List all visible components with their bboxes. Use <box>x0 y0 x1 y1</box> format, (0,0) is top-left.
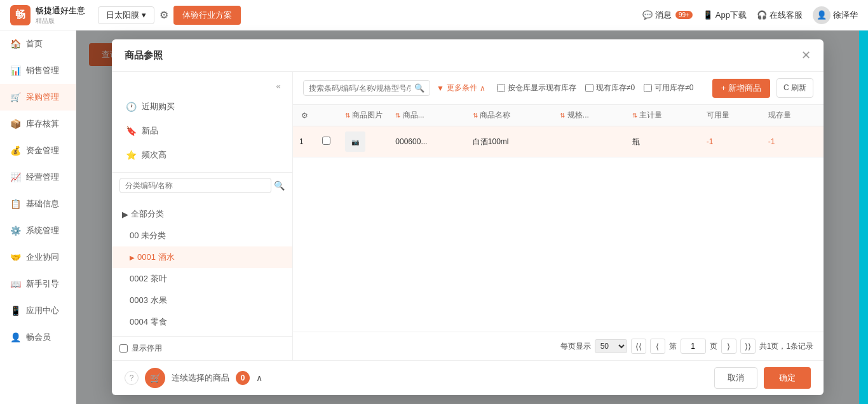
filter-button[interactable]: ▼ 更多条件 ∧ <box>437 83 485 93</box>
filter-icon: ▼ <box>437 84 444 93</box>
first-page-button[interactable]: ⟨⟨ <box>631 339 646 354</box>
page-number-input[interactable] <box>681 339 706 354</box>
cat-item-unclassified[interactable]: 00 未分类 <box>112 225 292 246</box>
th-unit-sort-icon: ⇅ <box>632 112 637 119</box>
nav-user-label: 徐泽华 <box>833 10 858 21</box>
purchase-icon: 🛒 <box>10 92 21 102</box>
cat-item-liquor[interactable]: ▶ 0001 酒水 <box>112 246 292 268</box>
th-settings[interactable]: ⚙ <box>293 105 316 126</box>
quick-item-frequent[interactable]: ⭐ 频次高 <box>119 145 285 165</box>
category-top: « 🕐 近期购买 🔖 新品 ⭐ <box>112 72 292 173</box>
cat-label-snack: 0004 零食 <box>130 316 167 328</box>
next-page-button[interactable]: ⟩ <box>721 339 736 354</box>
cat-item-tea[interactable]: 0002 茶叶 <box>112 268 292 290</box>
product-toolbar: 🔍 ▼ 更多条件 ∧ 按仓库显示现有库存 <box>293 72 824 105</box>
cat-item-fruit[interactable]: 0003 水果 <box>112 290 292 311</box>
sidebar-label-inventory: 库存核算 <box>26 118 59 130</box>
sidebar-label-sales: 销售管理 <box>26 65 59 76</box>
cell-seq: 1 <box>293 126 316 158</box>
product-search-icon[interactable]: 🔍 <box>414 83 424 93</box>
modal-body: « 🕐 近期购买 🔖 新品 ⭐ <box>112 72 824 360</box>
sidebar-label-system: 系统管理 <box>26 225 59 236</box>
display-disabled-label: 显示停用 <box>132 343 162 354</box>
sidebar-item-business[interactable]: 📈 经营管理 <box>0 164 76 191</box>
sidebar-item-system[interactable]: ⚙️ 系统管理 <box>0 217 76 244</box>
star-icon: ⭐ <box>126 150 137 160</box>
add-product-button[interactable]: + 新增商品 <box>712 79 770 98</box>
logo-icon: 畅 <box>10 5 31 25</box>
sidebar-item-sales[interactable]: 📊 销售管理 <box>0 57 76 84</box>
cell-checkbox[interactable] <box>316 126 339 158</box>
sidebar-item-apps[interactable]: 📱 应用中心 <box>0 297 76 324</box>
modal-close-button[interactable]: ✕ <box>801 48 811 62</box>
th-name: ⇅ 商品名称 <box>466 105 554 126</box>
quick-item-new[interactable]: 🔖 新品 <box>119 121 285 140</box>
home-icon: 🏠 <box>10 39 21 49</box>
table-row[interactable]: 1 📷 000600... 白酒100ml 瓶 <box>293 126 824 158</box>
display-disabled-row: 显示停用 <box>112 336 292 360</box>
footer-actions: 取消 确定 <box>714 367 811 389</box>
avatar: 👤 <box>813 6 831 24</box>
th-stock: 现存量 <box>762 105 824 126</box>
settings-icon[interactable]: ⚙ <box>154 6 173 25</box>
page-label2: 页 <box>710 341 717 352</box>
cat-label-all: 全部分类 <box>131 208 164 220</box>
nav-user[interactable]: 👤 徐泽华 <box>813 6 858 24</box>
filter-label: 更多条件 <box>447 83 477 93</box>
collapse-category-button[interactable]: « <box>272 79 285 92</box>
sidebar-item-finance[interactable]: 💰 资金管理 <box>0 137 76 164</box>
sidebar-item-collab[interactable]: 🤝 企业协同 <box>0 244 76 271</box>
system-icon: ⚙️ <box>10 226 21 236</box>
cancel-button[interactable]: 取消 <box>714 367 757 389</box>
collab-icon: 🤝 <box>10 252 21 262</box>
last-page-button[interactable]: ⟩⟩ <box>740 339 756 354</box>
cat-label-fruit: 0003 水果 <box>130 295 167 306</box>
product-image: 📷 <box>345 131 365 152</box>
category-search-icon[interactable]: 🔍 <box>274 180 285 191</box>
page-size-select[interactable]: 50 10 20 100 <box>595 339 627 353</box>
message-icon: 💬 <box>642 10 653 20</box>
category-search-input[interactable] <box>119 178 271 193</box>
sidebar-item-home[interactable]: 🏠 首页 <box>0 30 76 57</box>
left-sidebar: 🏠 首页 📊 销售管理 🛒 采购管理 📦 库存核算 💰 资金管理 📈 经营管理 … <box>0 30 76 404</box>
product-search-input[interactable] <box>309 84 410 93</box>
checkbox-available-nonzero[interactable]: 可用库存≠0 <box>644 83 693 93</box>
page-size-label: 每页显示 <box>560 341 591 352</box>
nav-dropdown[interactable]: 日太阳膜 ▾ <box>98 6 154 24</box>
sidebar-item-purchase[interactable]: 🛒 采购管理 <box>0 84 76 111</box>
confirm-button[interactable]: 确定 <box>764 367 811 389</box>
prev-page-button[interactable]: ⟨ <box>650 339 665 354</box>
nav-messages[interactable]: 💬 消息 99+ <box>642 10 693 21</box>
checkbox-stock-label: 现有库存≠0 <box>596 83 635 93</box>
cat-item-snack[interactable]: 0004 零食 <box>112 311 292 333</box>
clock-icon: 🕐 <box>126 102 137 112</box>
basic-icon: 📋 <box>10 199 21 209</box>
nav-dropdown-label: 日太阳膜 <box>106 10 139 21</box>
help-icon[interactable]: ? <box>125 371 139 385</box>
cell-spec <box>553 126 625 158</box>
sidebar-item-member[interactable]: 👤 畅会员 <box>0 324 76 351</box>
experience-button[interactable]: 体验行业方案 <box>173 6 241 25</box>
th-checkbox <box>316 105 339 126</box>
content-area: 查询 设置 刷新 商品参照 ✕ « <box>76 30 859 404</box>
nav-right: 💬 消息 99+ 📱 App下载 🎧 在线客服 👤 徐泽华 <box>642 6 858 24</box>
sidebar-item-guide[interactable]: 📖 新手引导 <box>0 271 76 297</box>
th-image: ⇅ 商品图片 <box>339 105 389 126</box>
display-disabled-checkbox[interactable] <box>119 344 128 353</box>
nav-app-download[interactable]: 📱 App下载 <box>703 10 747 21</box>
logo-area: 畅 畅捷通好生意 精品版 <box>10 5 85 25</box>
cart-icon: 🛒 <box>145 368 165 388</box>
refresh-button[interactable]: C 刷新 <box>776 78 813 98</box>
sidebar-item-inventory[interactable]: 📦 库存核算 <box>0 111 76 137</box>
footer-collapse-icon[interactable]: ∧ <box>256 373 262 383</box>
modal-title: 商品参照 <box>125 50 163 62</box>
cat-item-all[interactable]: ▶ 全部分类 <box>112 203 292 225</box>
quick-item-recent[interactable]: 🕐 近期购买 <box>119 97 285 116</box>
sales-icon: 📊 <box>10 65 21 76</box>
checkbox-warehouse-stock[interactable]: 按仓库显示现有库存 <box>497 83 576 93</box>
sidebar-item-basic[interactable]: 📋 基础信息 <box>0 191 76 217</box>
sidebar-label-business: 经营管理 <box>26 172 59 183</box>
sidebar-label-basic: 基础信息 <box>26 198 59 210</box>
nav-online-service[interactable]: 🎧 在线客服 <box>757 10 803 21</box>
checkbox-stock-nonzero[interactable]: 现有库存≠0 <box>585 83 635 93</box>
